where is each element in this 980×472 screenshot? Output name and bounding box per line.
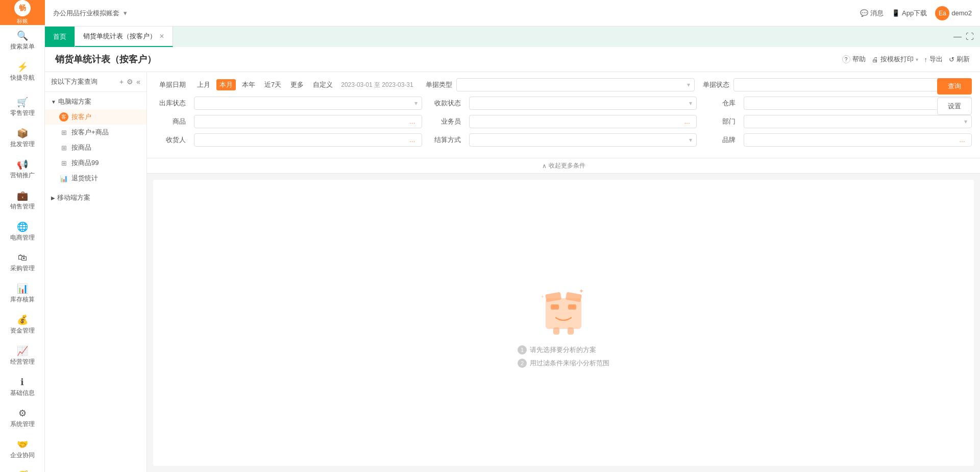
tip-2-text: 用过滤条件来缩小分析范围 (530, 359, 609, 368)
tabs-bar: 首页 销货单统计表（按客户） ✕ — ⛶ (45, 27, 980, 47)
tab-close-button[interactable]: ✕ (159, 33, 164, 40)
scheme-collapse-button[interactable]: « (136, 78, 140, 86)
help-button[interactable]: ? 帮助 (842, 55, 866, 64)
date-last-month[interactable]: 上月 (194, 79, 213, 90)
sidebar-item-ecommerce[interactable]: 🌐 电商管理 (0, 216, 44, 247)
inventory-icon: 📊 (17, 283, 28, 294)
scheme-edit-button[interactable]: ⚙ (127, 78, 133, 86)
dept-field[interactable]: ▾ (744, 115, 972, 128)
scheme-item-return-stat[interactable]: 📊 退货统计 (45, 171, 146, 186)
empty-state: ✦ ✦ 1 请先选择要分析的方案 2 用过滤条件来缩小分析范围 (518, 278, 609, 368)
print-arrow: ▾ (916, 57, 918, 62)
scheme-item-by-goods99[interactable]: ⊞ 按商品99 (45, 155, 146, 171)
export-button[interactable]: ↑ 导出 (924, 55, 943, 64)
doc-type-field[interactable]: ▾ (456, 78, 695, 91)
sidebar-item-sales[interactable]: 💼 销售管理 (0, 185, 44, 216)
sidebar-item-finance[interactable]: 💰 资金管理 (0, 309, 44, 340)
help-icon: ? (842, 55, 850, 63)
date-last7[interactable]: 近7天 (261, 79, 284, 90)
sidebar-item-wholesale[interactable]: 📦 批发管理 (0, 123, 44, 154)
goods99-icon: ⊞ (59, 158, 68, 168)
scheme-item-by-customer-goods[interactable]: ⊞ 按客户+商品 (45, 125, 146, 140)
user-profile[interactable]: Ea demo2 (935, 6, 972, 20)
sidebar-item-basic[interactable]: ℹ 基础信息 (0, 371, 44, 403)
data-area: ✦ ✦ 1 请先选择要分析的方案 2 用过滤条件来缩小分析范围 (153, 180, 974, 466)
download-icon: 📱 (892, 9, 900, 17)
doc-type-label: 单据类型 (422, 80, 452, 89)
sidebar-item-label: 系统管理 (10, 420, 35, 429)
sidebar: 畅 标账 🔍 搜索菜单 ⚡ 快捷导航 🛒 零售管理 📦 批发管理 📢 营销推广 … (0, 0, 45, 472)
settlement-field[interactable]: ▾ (469, 133, 697, 147)
scheme-add-button[interactable]: + (119, 78, 124, 86)
sidebar-item-retail[interactable]: 🛒 零售管理 (0, 91, 44, 123)
system-icon: ⚙ (18, 408, 27, 419)
salesperson-field[interactable]: … (469, 115, 697, 128)
app-download-button[interactable]: 📱 App下载 (892, 9, 927, 18)
export-icon: ↑ (924, 56, 928, 63)
sidebar-item-quick-nav[interactable]: ⚡ 快捷导航 (0, 56, 44, 87)
date-more[interactable]: 更多 (287, 79, 307, 90)
receiver-label: 收货人 (155, 135, 186, 145)
header-chevron[interactable]: ▾ (124, 9, 127, 17)
sidebar-item-marketing[interactable]: 📢 营销推广 (0, 154, 44, 185)
receiver-more[interactable]: … (407, 136, 418, 144)
goods-field[interactable]: … (194, 115, 422, 128)
scheme-item-by-goods[interactable]: ⊞ 按商品 (45, 140, 146, 155)
tip-num-2: 2 (518, 359, 527, 368)
message-button[interactable]: 💬 消息 (860, 9, 884, 18)
svg-rect-0 (546, 298, 581, 329)
right-panel: 单据日期 上月 本月 本年 近7天 更多 自定义 2023-03-01 至 20… (147, 72, 980, 472)
date-this-month[interactable]: 本月 (216, 79, 236, 90)
sidebar-item-operation[interactable]: 📈 经营管理 (0, 340, 44, 371)
tab-minimize-button[interactable]: — (953, 32, 962, 41)
sidebar-item-enterprise[interactable]: 🤝 企业协同 (0, 434, 44, 465)
page-header: 销货单统计表（按客户） ? 帮助 🖨 按模板打印 ▾ ↑ 导出 ↺ 刷新 (45, 47, 980, 72)
sidebar-item-system[interactable]: ⚙ 系统管理 (0, 403, 44, 434)
finance-icon: 💰 (17, 314, 28, 325)
top-header: 办公用品行业模拟账套 ▾ 💬 消息 📱 App下载 Ea demo2 (45, 0, 980, 27)
sidebar-item-label: 采购管理 (10, 264, 35, 273)
sidebar-item-label: 经营管理 (10, 358, 35, 366)
query-button[interactable]: 查询 (937, 78, 972, 95)
retail-icon: 🛒 (17, 97, 28, 108)
return-stat-icon: 📊 (59, 174, 68, 183)
left-panel-header-actions: + ⚙ « (119, 78, 140, 86)
sidebar-item-label: 零售管理 (10, 109, 35, 117)
tip-1-text: 请先选择要分析的方案 (530, 345, 596, 355)
scheme-group-desktop-label: 电脑端方案 (58, 97, 91, 106)
sidebar-item-inventory[interactable]: 📊 库存核算 (0, 278, 44, 309)
sidebar-item-guide[interactable]: 🧭 新手引导 (0, 465, 44, 472)
receiver-field[interactable]: … (194, 133, 422, 147)
goods-more[interactable]: … (407, 118, 418, 125)
sidebar-item-search[interactable]: 🔍 搜索菜单 (0, 25, 44, 56)
scheme-group-mobile-header[interactable]: ▶ 移动端方案 (45, 190, 146, 205)
sidebar-item-purchase[interactable]: 🛍 采购管理 (0, 247, 44, 278)
tab-sales-stat[interactable]: 销货单统计表（按客户） ✕ (75, 27, 173, 47)
settings-button[interactable]: 设置 (937, 98, 972, 115)
date-quick-buttons: 上月 本月 本年 近7天 更多 自定义 2023-03-01 至 2023-03… (194, 79, 413, 90)
brand-more[interactable]: … (957, 136, 967, 144)
out-status-field[interactable]: ▾ (194, 97, 422, 110)
goods-icon: ⊞ (59, 143, 68, 152)
tab-home[interactable]: 首页 (45, 27, 75, 47)
scheme-group-mobile: ▶ 移动端方案 (45, 188, 146, 207)
date-this-year[interactable]: 本年 (239, 79, 258, 90)
date-custom[interactable]: 自定义 (310, 79, 336, 90)
customer-scheme-icon: 客 (59, 112, 68, 122)
tab-sales-stat-label: 销货单统计表（按客户） (83, 32, 156, 41)
salesperson-more[interactable]: … (682, 118, 692, 125)
guide-icon: 🧭 (17, 470, 28, 472)
salesperson-label: 业务员 (430, 117, 461, 126)
refresh-button[interactable]: ↺ 刷新 (949, 55, 970, 64)
scheme-group-desktop-header[interactable]: ▼ 电脑端方案 (45, 94, 146, 109)
collapse-bar[interactable]: ∧ 收起更多条件 (147, 158, 980, 174)
tab-maximize-button[interactable]: ⛶ (966, 32, 974, 41)
sales-icon: 💼 (17, 190, 28, 201)
pay-status-field[interactable]: ▾ (469, 97, 697, 110)
sidebar-item-label: 营销推广 (10, 171, 35, 180)
template-print-button[interactable]: 🖨 按模板打印 ▾ (872, 55, 918, 64)
brand-field[interactable]: … (744, 133, 972, 147)
doc-status-field[interactable]: ▾ (733, 78, 972, 91)
sidebar-item-label: 电商管理 (10, 233, 35, 242)
scheme-item-by-customer[interactable]: 客 按客户 (45, 109, 146, 125)
